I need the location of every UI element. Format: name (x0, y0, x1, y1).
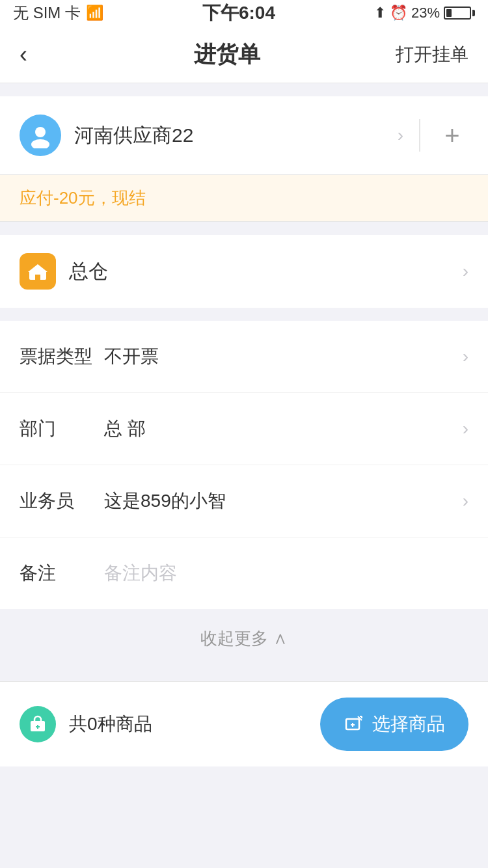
section-gap-2 (0, 222, 488, 235)
warehouse-chevron-icon: › (463, 261, 468, 282)
status-bar: 无 SIM 卡 📶 下午6:04 ⬆ ⏰ 23% (0, 0, 488, 26)
status-right: ⬆ ⏰ 23% (374, 5, 475, 21)
dept-label: 部门 (20, 416, 98, 441)
status-time: 下午6:04 (202, 1, 275, 25)
supplier-row[interactable]: 河南供应商22 › + (0, 96, 488, 175)
page-title: 进货单 (194, 40, 260, 70)
dept-chevron-icon: › (463, 418, 468, 439)
sales-chevron-icon: › (463, 491, 468, 511)
svg-point-1 (31, 139, 49, 148)
remark-label: 备注 (20, 561, 98, 586)
svg-point-0 (35, 127, 46, 137)
product-count-icon (20, 706, 56, 742)
dept-row[interactable]: 部门 总 部 › (0, 392, 488, 465)
collapse-row[interactable]: 收起更多 ∧ (0, 609, 488, 668)
battery-icon (444, 7, 475, 20)
warehouse-icon (20, 253, 56, 290)
supplier-chevron-icon: › (398, 125, 403, 146)
bill-type-row[interactable]: 票据类型 不开票 › (0, 321, 488, 392)
bill-type-label: 票据类型 (20, 344, 98, 369)
bottom-bar: 共0种商品 选择商品 (0, 681, 488, 766)
remark-row[interactable]: 备注 备注内容 (0, 537, 488, 609)
supplier-name: 河南供应商22 (74, 122, 398, 149)
svg-marker-3 (28, 264, 47, 272)
select-product-label: 选择商品 (372, 712, 445, 737)
warehouse-row[interactable]: 总仓 › (0, 235, 488, 308)
product-count-text: 共0种商品 (69, 712, 320, 737)
svg-rect-4 (35, 275, 40, 280)
carrier-text: 无 SIM 卡 (13, 3, 81, 23)
supplier-divider (419, 119, 420, 152)
section-gap-1 (0, 83, 488, 96)
wifi-icon: 📶 (86, 5, 103, 21)
supplier-section: 河南供应商22 › + 应付-20元，现结 (0, 96, 488, 222)
battery-percent: 23% (411, 5, 440, 21)
sales-label: 业务员 (20, 489, 98, 513)
warehouse-section: 总仓 › (0, 235, 488, 308)
open-pending-button[interactable]: 打开挂单 (396, 42, 468, 67)
location-icon: ⬆ (374, 5, 386, 21)
bill-type-value: 不开票 (98, 344, 463, 369)
warehouse-name: 总仓 (69, 258, 463, 285)
add-supplier-button[interactable]: + (436, 121, 468, 150)
remark-input[interactable]: 备注内容 (98, 561, 468, 586)
notice-bar: 应付-20元，现结 (0, 175, 488, 222)
dept-value: 总 部 (98, 416, 463, 441)
form-section: 票据类型 不开票 › 部门 总 部 › 业务员 这是859的小智 › 备注 备注… (0, 321, 488, 609)
back-button[interactable]: ‹ (20, 41, 59, 68)
sales-value: 这是859的小智 (98, 489, 463, 513)
bill-type-chevron-icon: › (463, 346, 468, 367)
status-left: 无 SIM 卡 📶 (13, 3, 103, 23)
select-product-icon (344, 714, 364, 735)
sales-row[interactable]: 业务员 这是859的小智 › (0, 465, 488, 537)
nav-bar: ‹ 进货单 打开挂单 (0, 26, 488, 83)
select-product-button[interactable]: 选择商品 (320, 698, 468, 751)
supplier-avatar (20, 115, 61, 156)
alarm-icon: ⏰ (390, 5, 407, 21)
section-gap-3 (0, 308, 488, 321)
